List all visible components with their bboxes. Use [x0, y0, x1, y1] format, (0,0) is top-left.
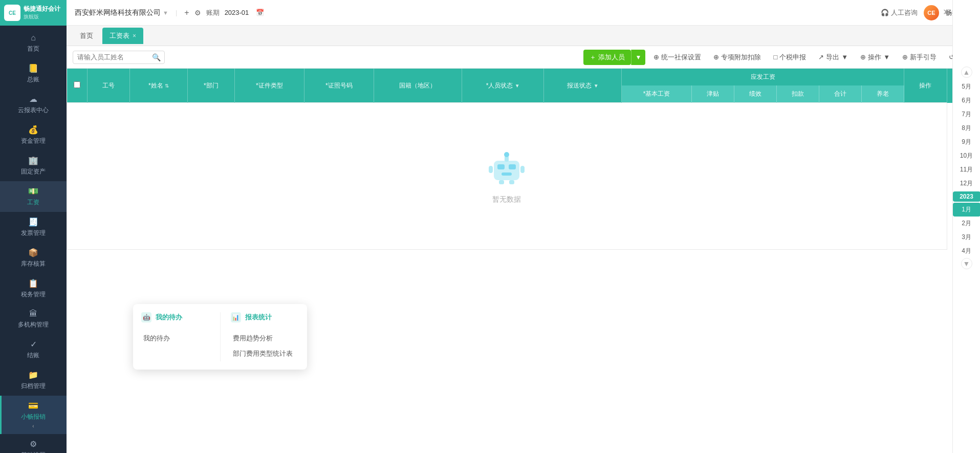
- status-header[interactable]: *人员状态 ▼: [462, 69, 544, 103]
- sidebar-item-fixed-assets[interactable]: 🏢 固定资产: [0, 150, 67, 181]
- sidebar-item-capital[interactable]: 💰 资金管理: [0, 120, 67, 150]
- svg-rect-3: [502, 172, 512, 176]
- tab-salary[interactable]: 工资表 ×: [102, 28, 143, 44]
- sidebar-item-settings[interactable]: ⚙ 基础设置: [0, 434, 67, 453]
- export-btn[interactable]: ↗ 导出 ▼: [814, 51, 852, 64]
- sidebar-item-multi-org[interactable]: 🏛 多机构管理: [0, 304, 67, 334]
- sidebar-item-multi-org-label: 多机构管理: [18, 320, 49, 329]
- tab-close-btn[interactable]: ×: [133, 32, 136, 39]
- expense-icon: 💳: [28, 401, 38, 411]
- period-label: 账期: [206, 8, 220, 17]
- empty-icon: [486, 148, 527, 189]
- fixed-assets-icon: 🏢: [28, 156, 38, 165]
- time-month-10[interactable]: 10月: [953, 149, 981, 163]
- popup-section2: 📊 报表统计 费用趋势分析 部门费用类型统计表: [231, 312, 299, 361]
- social-insurance-btn[interactable]: ⊕ 统一社保设置: [649, 51, 705, 64]
- name-sort-icon[interactable]: ⇅: [165, 83, 169, 89]
- add-person-group: ＋ 添加人员 ▼: [583, 50, 646, 65]
- empty-state-cell: 暂无数据: [67, 103, 947, 250]
- tab-home[interactable]: 首页: [73, 28, 100, 44]
- add-company-btn[interactable]: +: [184, 8, 189, 17]
- multi-org-icon: 🏛: [29, 309, 37, 318]
- collapse-icon: ‹: [32, 423, 34, 429]
- deduction-header: 扣款: [776, 85, 819, 103]
- sidebar-item-settlement[interactable]: ✓ 结账: [0, 334, 67, 365]
- sidebar-item-tax[interactable]: 📋 税务管理: [0, 273, 67, 304]
- user-avatar: CE: [924, 5, 939, 20]
- calendar-icon[interactable]: 📅: [256, 9, 264, 16]
- sidebar-item-archive[interactable]: 📁 归档管理: [0, 365, 67, 396]
- popup-item-trend[interactable]: 费用趋势分析: [231, 331, 299, 346]
- popup-item-dept-report[interactable]: 部门费用类型统计表: [231, 346, 299, 361]
- time-month-11[interactable]: 11月: [953, 163, 981, 177]
- status-filter-icon[interactable]: ▼: [515, 83, 520, 89]
- report-filter-icon[interactable]: ▼: [594, 83, 599, 89]
- search-box[interactable]: 🔍: [73, 51, 165, 64]
- logo-subtitle: 旗舰版: [24, 13, 60, 20]
- toolbar: 🔍 ＋ 添加人员 ▼ ⊕ 统一社保设置 ⊕ 专项附加扣除 □ 个税申报: [67, 46, 980, 69]
- base-salary-header: *基本工资: [622, 85, 691, 103]
- time-nav-up[interactable]: ▲: [961, 67, 972, 78]
- time-month-9[interactable]: 9月: [953, 135, 981, 149]
- add-person-dropdown-btn[interactable]: ▼: [631, 50, 646, 65]
- search-icon[interactable]: 🔍: [152, 53, 161, 61]
- logo-text-group: 畅捷通好会计 旗舰版: [24, 5, 60, 20]
- main-wrapper: 西安虾米网络科技有限公司 ▼ | + ⚙ 账期 2023-01 📅 🎧 人工咨询…: [67, 0, 980, 453]
- archive-icon: 📁: [28, 370, 38, 380]
- time-month-3[interactable]: 3月: [953, 230, 981, 244]
- capital-icon: 💰: [28, 125, 38, 135]
- search-input[interactable]: [77, 53, 149, 61]
- export-icon: ↗: [818, 53, 824, 61]
- time-month-7[interactable]: 7月: [953, 107, 981, 121]
- time-month-6[interactable]: 6月: [953, 94, 981, 107]
- table-wrapper: 工号 *姓名 ⇅ *部门 *证件类型 *证照号码: [67, 69, 980, 453]
- svg-rect-8: [499, 180, 504, 184]
- name-header[interactable]: *姓名 ⇅: [130, 69, 188, 103]
- time-month-4[interactable]: 4月: [953, 244, 981, 258]
- sidebar-item-tax-label: 税务管理: [21, 290, 46, 299]
- sidebar-item-expense[interactable]: 💳 小畅报销 ‹: [0, 396, 67, 434]
- cert-type-header: *证件类型: [234, 69, 304, 103]
- sidebar-item-archive-label: 归档管理: [21, 382, 46, 391]
- personal-tax-icon: □: [773, 53, 777, 61]
- nationality-header: 国籍（地区）: [374, 69, 462, 103]
- sidebar-item-home[interactable]: ⌂ 首页: [0, 28, 67, 58]
- cloud-icon: ☁: [29, 94, 37, 104]
- operation-btn[interactable]: ⊕ 操作 ▼: [856, 51, 894, 64]
- headset-icon: 🎧: [881, 9, 889, 16]
- sidebar-item-inventory[interactable]: 📦 库存核算: [0, 243, 67, 273]
- sidebar-item-salary[interactable]: 💵 工资: [0, 181, 67, 212]
- special-deduct-btn[interactable]: ⊕ 专项附加扣除: [709, 51, 765, 64]
- sidebar-item-salary-label: 工资: [27, 198, 39, 207]
- service-btn[interactable]: 🎧 人工咨询: [881, 8, 918, 17]
- select-all-checkbox[interactable]: [74, 81, 80, 88]
- company-name[interactable]: 西安虾米网络科技有限公司 ▼: [75, 8, 168, 17]
- home-icon: ⌂: [31, 33, 36, 42]
- time-month-1-active[interactable]: 1月: [953, 203, 981, 217]
- new-guide-btn[interactable]: ⊕ 新手引导: [898, 51, 941, 64]
- select-all-header[interactable]: [67, 69, 88, 103]
- empty-text: 暂无数据: [492, 195, 521, 204]
- sidebar-item-invoice[interactable]: 🧾 发票管理: [0, 212, 67, 243]
- sidebar-item-ledger[interactable]: 📒 总账: [0, 58, 67, 89]
- popup-item-todo[interactable]: 我的待办: [141, 331, 210, 346]
- time-nav-down[interactable]: ▼: [961, 258, 972, 269]
- report-status-header[interactable]: 报送状态 ▼: [544, 69, 622, 103]
- operation-dropdown-icon: ▼: [883, 53, 890, 61]
- add-person-btn[interactable]: ＋ 添加人员: [583, 50, 631, 65]
- personal-tax-btn[interactable]: □ 个税申报: [769, 51, 810, 64]
- sidebar-item-invoice-label: 发票管理: [21, 229, 46, 238]
- settings-btn[interactable]: ⚙: [194, 9, 201, 17]
- bonus-header: 绩效: [734, 85, 776, 103]
- close-window-btn[interactable]: ✕: [943, 7, 949, 17]
- operation-icon: ⊕: [860, 53, 866, 61]
- sidebar-item-cloud-report[interactable]: ☁ 云报表中心: [0, 89, 67, 120]
- time-month-5[interactable]: 5月: [953, 80, 981, 94]
- time-month-2[interactable]: 2月: [953, 217, 981, 230]
- time-month-12[interactable]: 12月: [953, 177, 981, 190]
- empty-state: 暂无数据: [72, 107, 942, 245]
- popup-section2-title: 📊 报表统计: [231, 312, 299, 326]
- top-header: 西安虾米网络科技有限公司 ▼ | + ⚙ 账期 2023-01 📅 🎧 人工咨询…: [67, 0, 980, 26]
- time-month-8[interactable]: 8月: [953, 121, 981, 135]
- popup-section1-icon: 🤖: [141, 312, 151, 322]
